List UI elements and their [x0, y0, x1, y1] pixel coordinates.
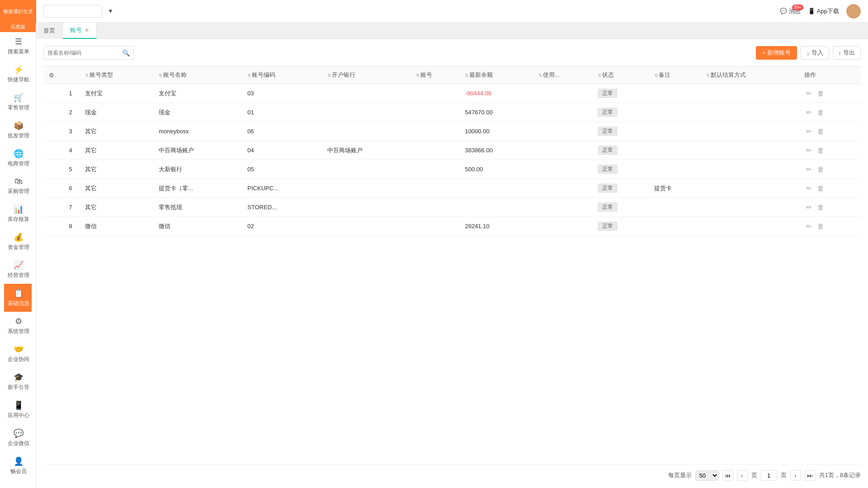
cell-default-settlement-4: [703, 160, 801, 179]
sidebar-item-quick-nav[interactable]: ⚡快捷导航: [4, 60, 32, 88]
search-input[interactable]: [47, 50, 122, 56]
cell-seq-5: 6: [60, 179, 81, 198]
edit-button-6[interactable]: ✏: [804, 203, 814, 211]
sidebar-item-fund-manage[interactable]: 💰资金管理: [4, 228, 32, 256]
cell-code-0: 03: [244, 84, 324, 103]
message-badge: 99+: [792, 5, 803, 10]
import-button[interactable]: ↓ 导入: [801, 46, 829, 60]
sidebar-icon-app-center: 📱: [14, 400, 24, 410]
page-size-label: 每页显示: [668, 471, 692, 479]
topbar-dropdown[interactable]: ▼: [108, 8, 113, 14]
sidebar-item-app-center[interactable]: 📱应用中心: [4, 396, 32, 424]
sidebar-item-retail-manage[interactable]: 🛒零售管理: [4, 88, 32, 116]
cell-type-3: 其它: [81, 141, 155, 160]
sidebar-item-purchase-manage[interactable]: 🛍采购管理: [4, 172, 32, 200]
edit-button-5[interactable]: ✏: [804, 184, 814, 192]
cell-usage-3: [535, 141, 594, 160]
cell-settings-6: [43, 198, 60, 217]
prev-page-button[interactable]: ‹: [737, 470, 748, 481]
edit-button-4[interactable]: ✏: [804, 165, 814, 174]
tab-account[interactable]: 账号✕: [63, 23, 97, 39]
col-remark[interactable]: ⇅备注: [651, 66, 703, 84]
cell-bank-0: [324, 84, 412, 103]
sidebar-item-operation-manage[interactable]: 📈经营管理: [4, 256, 32, 284]
cell-code-6: STORED...: [244, 198, 324, 217]
col-type[interactable]: ⇅账号类型: [81, 66, 155, 84]
sidebar-item-search-menu[interactable]: ☰搜索菜单: [4, 32, 32, 60]
cell-status-1: 正常: [594, 103, 651, 122]
col-usage[interactable]: ⇅使用...: [535, 66, 594, 84]
col-bank[interactable]: ⇅开户银行: [324, 66, 412, 84]
search-box[interactable]: 🔍: [43, 46, 134, 60]
delete-button-6[interactable]: 🗑: [816, 203, 826, 211]
cell-settings-7: [43, 217, 60, 236]
sidebar-label-quick-nav: 快捷导航: [8, 76, 29, 84]
col-status[interactable]: ⇅状态: [594, 66, 651, 84]
table-row: 2 现金 现金 01 547670.00 正常 ✏ 🗑: [43, 103, 861, 122]
col-settings[interactable]: ⚙: [43, 66, 60, 84]
cell-type-4: 其它: [81, 160, 155, 179]
delete-button-7[interactable]: 🗑: [816, 222, 826, 230]
tab-label-account: 账号: [70, 26, 82, 34]
cell-account-1: [412, 103, 461, 122]
avatar[interactable]: [846, 4, 861, 19]
sidebar-label-member: 畅会员: [10, 468, 27, 475]
cell-default-settlement-0: [703, 84, 801, 103]
sidebar-item-basic-info[interactable]: 📋基础信息: [4, 284, 32, 312]
cell-name-3: 中百商场账户: [155, 141, 244, 160]
cell-type-5: 其它: [81, 179, 155, 198]
cell-code-7: 02: [244, 217, 324, 236]
edit-button-0[interactable]: ✏: [804, 89, 814, 98]
sidebar-item-system-manage[interactable]: ⚙系统管理: [4, 312, 32, 340]
col-code[interactable]: ⇅账号编码: [244, 66, 324, 84]
delete-button-1[interactable]: 🗑: [816, 108, 826, 116]
sidebar-label-ecommerce-manage: 电商管理: [8, 160, 29, 168]
sidebar-item-enterprise-agreement[interactable]: 🤝企业协同: [4, 340, 32, 368]
table-row: 5 其它 大新银行 05 500.00 正常 ✏ 🗑: [43, 160, 861, 179]
delete-button-5[interactable]: 🗑: [816, 184, 826, 192]
next-page-button[interactable]: ›: [790, 470, 801, 481]
tab-home[interactable]: 首页: [36, 23, 63, 39]
last-page-button[interactable]: ⏭: [805, 470, 816, 481]
delete-button-0[interactable]: 🗑: [816, 89, 826, 97]
sidebar-item-enterprise-wechat[interactable]: 💬企业微信: [4, 424, 32, 452]
table-row: 3 其它 moneybosx 06 10000.00 正常 ✏ 🗑: [43, 122, 861, 141]
cell-name-7: 微信: [155, 217, 244, 236]
cell-account-0: [412, 84, 461, 103]
cell-seq-1: 2: [60, 103, 81, 122]
cell-usage-2: [535, 122, 594, 141]
page-input[interactable]: [761, 470, 777, 481]
sidebar-item-inventory[interactable]: 📊库存核算: [4, 200, 32, 228]
delete-button-4[interactable]: 🗑: [816, 165, 826, 173]
col-balance[interactable]: ⇅最新余额: [461, 66, 535, 84]
cell-seq-7: 8: [60, 217, 81, 236]
sidebar-label-enterprise-wechat: 企业微信: [8, 440, 29, 447]
delete-button-2[interactable]: 🗑: [816, 127, 826, 135]
edit-button-2[interactable]: ✏: [804, 127, 814, 136]
tab-close-account[interactable]: ✕: [85, 27, 89, 33]
sidebar-item-wholesale-manage[interactable]: 📦批发管理: [4, 116, 32, 144]
topbar-search-input[interactable]: [43, 5, 102, 18]
sidebar-item-ecommerce-manage[interactable]: 🌐电商管理: [4, 144, 32, 172]
sidebar-label-system-manage: 系统管理: [8, 328, 29, 335]
edit-button-3[interactable]: ✏: [804, 146, 814, 155]
edit-button-1[interactable]: ✏: [804, 108, 814, 117]
add-account-button[interactable]: + 新增账号: [756, 46, 797, 60]
first-page-button[interactable]: ⏮: [722, 470, 733, 481]
app-download-button[interactable]: 📱 App下载: [808, 7, 839, 15]
cell-balance-7: 28241.10: [461, 217, 535, 236]
edit-button-7[interactable]: ✏: [804, 222, 814, 230]
export-button[interactable]: ↑ 导出: [833, 46, 861, 60]
cell-settings-2: [43, 122, 60, 141]
cell-usage-7: [535, 217, 594, 236]
message-button[interactable]: 💬 消息 99+: [780, 7, 801, 15]
page-size-select[interactable]: 50 20 100: [695, 470, 719, 481]
sidebar-label-retail-manage: 零售管理: [8, 104, 29, 112]
cell-remark-4: [651, 160, 703, 179]
delete-button-3[interactable]: 🗑: [816, 146, 826, 154]
sidebar-item-new-guide[interactable]: 🎓新手引导: [4, 368, 32, 396]
col-account[interactable]: ⇅账号: [412, 66, 461, 84]
col-default-settlement[interactable]: ⇅默认结算方式: [703, 66, 801, 84]
col-name[interactable]: ⇅账号名称: [155, 66, 244, 84]
sidebar-item-member[interactable]: 👤畅会员: [4, 452, 32, 480]
